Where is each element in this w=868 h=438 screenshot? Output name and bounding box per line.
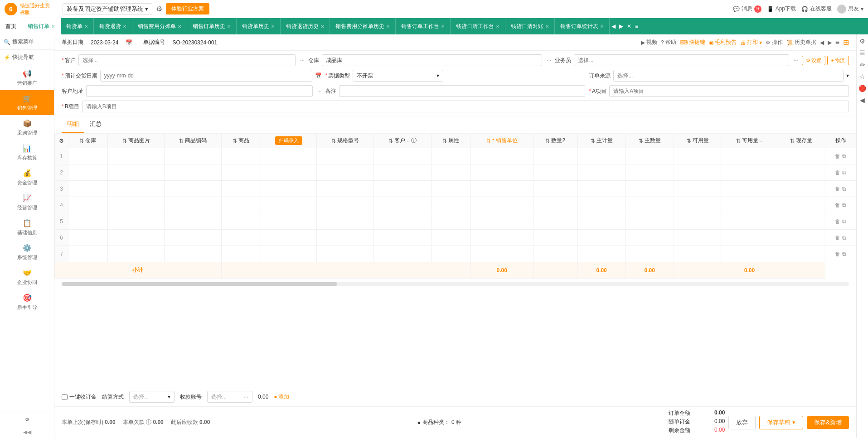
sidebar-settings-btn[interactable]: ⚙ (0, 413, 54, 426)
row-copy-icon[interactable]: ⧉ (842, 169, 846, 176)
calendar-delivery-icon[interactable]: 📅 (315, 72, 322, 79)
right-panel-btn-collapse[interactable]: ◀ (858, 95, 868, 105)
row-delete-icon[interactable]: 🗑 (835, 153, 840, 159)
row-delete-icon[interactable]: 🗑 (835, 202, 840, 208)
history-btn[interactable]: 📜 历史单据 (786, 39, 816, 46)
row-copy-icon[interactable]: ⧉ (842, 218, 846, 225)
nav-next-btn[interactable]: ▶ (828, 39, 832, 46)
sidebar-search[interactable]: 🔍 搜索菜单 (0, 34, 54, 50)
order-source-input[interactable] (613, 70, 844, 82)
sidebar-item-operations[interactable]: 📈 经营管理 (0, 190, 54, 215)
row-copy-icon[interactable]: ⧉ (842, 235, 846, 241)
address-ellipsis[interactable]: ··· (317, 88, 322, 94)
online-support-button[interactable]: 🎧 在线客服 (801, 5, 832, 13)
video-btn[interactable]: ▶ 视频 (641, 39, 657, 46)
right-panel-btn-list[interactable]: ☰ (858, 48, 868, 58)
row-copy-icon[interactable]: ⧉ (842, 251, 846, 257)
tab-close-all[interactable]: ✕ (625, 23, 633, 29)
sidebar-quick-nav[interactable]: ⚡ 快捷导航 (0, 50, 54, 65)
scrollbar-thumb[interactable] (62, 282, 337, 286)
table-row[interactable]: 2🗑⧉ (55, 164, 856, 181)
sidebar-item-sales[interactable]: 🛒 销售管理 (0, 90, 54, 115)
print-btn[interactable]: 🖨 打印 ▾ (740, 39, 762, 46)
tab-home[interactable]: 首页 (0, 18, 22, 34)
tab-detail[interactable]: 明细 (62, 116, 84, 133)
sidebar-item-system[interactable]: ⚙️ 系统管理 (0, 240, 54, 265)
right-panel-btn-star[interactable]: ☆ (858, 72, 868, 82)
settings-btn-form[interactable]: ⚙ 设置 (802, 56, 825, 65)
list-view-btn[interactable]: ≡ (835, 39, 839, 47)
sidebar-item-finance[interactable]: 💰 资金管理 (0, 165, 54, 190)
table-row[interactable]: 7🗑⧉ (55, 246, 856, 262)
b-project-input[interactable] (82, 101, 849, 112)
discard-button[interactable]: 放弃 (728, 416, 756, 429)
table-row[interactable]: 3🗑⧉ (55, 181, 856, 197)
tab-sales-return[interactable]: 销货退货 ✕ (94, 18, 132, 34)
warehouse-ellipsis[interactable]: ··· (547, 57, 551, 63)
app-download-button[interactable]: 📱 App下载 (767, 5, 796, 13)
sidebar-item-marketing[interactable]: 📢 营销推广 (0, 65, 54, 90)
calendar-icon[interactable]: 📅 (126, 39, 132, 46)
deposit-checkbox-input[interactable] (62, 394, 68, 400)
staff-ellipsis[interactable]: ··· (794, 57, 798, 63)
tab-return-history[interactable]: 销货退货历史 ✕ (281, 18, 330, 34)
sidebar-item-inventory[interactable]: 📊 库存核算 (0, 140, 54, 165)
sidebar-item-collab[interactable]: 🤝 企业协同 (0, 265, 54, 289)
tab-order-stats[interactable]: 销售订单统计表 ✕ (555, 18, 610, 34)
row-delete-icon[interactable]: 🗑 (835, 186, 840, 192)
tab-invoice-history[interactable]: 销货单历史 ✕ (237, 18, 281, 34)
tab-menu[interactable]: ≡ (633, 23, 640, 29)
one-click-deposit-checkbox[interactable]: 一键收订金 (62, 393, 97, 401)
add-goods-btn[interactable]: + 物流 (827, 56, 849, 65)
scan-btn[interactable]: 扫码录入 (275, 136, 302, 145)
scrollbar-track[interactable] (62, 282, 849, 286)
tab-daily-workbench[interactable]: 钱货日清工作台 ✕ (451, 18, 505, 34)
solution-button[interactable]: 体验行业方案 (166, 3, 209, 14)
save-new-button[interactable]: 保存&新增 (807, 416, 849, 429)
invoice-select[interactable]: 不开票 ▾ (353, 70, 443, 82)
warehouse-input[interactable]: 成品库 (322, 54, 542, 66)
a-project-input[interactable] (609, 85, 849, 97)
col-settings[interactable]: ⚙ (55, 134, 68, 148)
row-delete-icon[interactable]: 🗑 (835, 169, 840, 176)
grid-view-btn[interactable]: ⊞ (843, 38, 849, 47)
save-draft-button[interactable]: 保存草稿 ▾ (759, 416, 803, 429)
system-title[interactable]: 装备及固定资产辅助管理系统 ▾ (63, 3, 152, 15)
tab-order-workbench[interactable]: 销售订单工作台 ✕ (396, 18, 451, 34)
account-select[interactable]: 选择... ··· (207, 391, 252, 403)
tab-daily-reconcile[interactable]: 钱货日清对账 ✕ (505, 18, 555, 34)
sidebar-collapse-btn[interactable]: ◀◀ (0, 426, 54, 438)
sidebar-item-guide[interactable]: 🎯 新手引导 (0, 289, 54, 314)
tab-summary[interactable]: 汇总 (84, 116, 107, 133)
table-row[interactable]: 4🗑⧉ (55, 197, 856, 213)
tab-sales-order[interactable]: 销售订单 ✕ (22, 18, 61, 34)
delivery-input[interactable] (100, 70, 312, 82)
operation-btn[interactable]: ⚙ 操作 (766, 39, 783, 46)
table-row[interactable]: 5🗑⧉ (55, 213, 856, 230)
tab-nav-next[interactable]: ▶ (617, 23, 625, 29)
sidebar-item-purchase[interactable]: 📦 采购管理 (0, 115, 54, 140)
add-btn[interactable]: ● 添加 (274, 393, 289, 401)
customer-input[interactable] (78, 54, 296, 66)
help-btn[interactable]: ? 帮助 (661, 39, 676, 46)
row-delete-icon[interactable]: 🗑 (835, 235, 840, 241)
table-row[interactable]: 1🗑⧉ (55, 148, 856, 164)
right-panel-btn-settings[interactable]: ⚙ (858, 36, 868, 46)
user-menu[interactable]: 用友 ▾ (837, 5, 863, 14)
table-container[interactable]: ⚙ ⇅ 仓库 ⇅ 商品图片 ⇅ 商品编码 ⇅ 商品 扫码录入 ⇅ 规格型号 ⇅ … (54, 133, 856, 387)
message-button[interactable]: 💬 消息 9 (733, 5, 761, 13)
sidebar-item-basic-info[interactable]: 📋 基础信息 (0, 215, 54, 240)
tab-sales-invoice[interactable]: 销货单 ✕ (61, 18, 94, 34)
shortcut-btn[interactable]: ⌨ 快捷键 (680, 39, 705, 46)
remark-input[interactable] (339, 85, 586, 97)
settings-icon[interactable]: ⚙ (156, 5, 162, 13)
profit-forecast-btn[interactable]: ◉ 毛利预告 (709, 39, 737, 46)
tab-expense-split[interactable]: 销售费用分摊单 ✕ (132, 18, 187, 34)
row-copy-icon[interactable]: ⧉ (842, 202, 846, 208)
nav-prev-btn[interactable]: ◀ (820, 39, 824, 46)
row-delete-icon[interactable]: 🗑 (835, 218, 840, 225)
right-panel-btn-edit[interactable]: ✏ (858, 60, 868, 70)
customer-ellipsis[interactable]: ··· (300, 57, 305, 63)
row-delete-icon[interactable]: 🗑 (835, 251, 840, 257)
payment-method-select[interactable]: 选择... ▾ (129, 391, 175, 403)
